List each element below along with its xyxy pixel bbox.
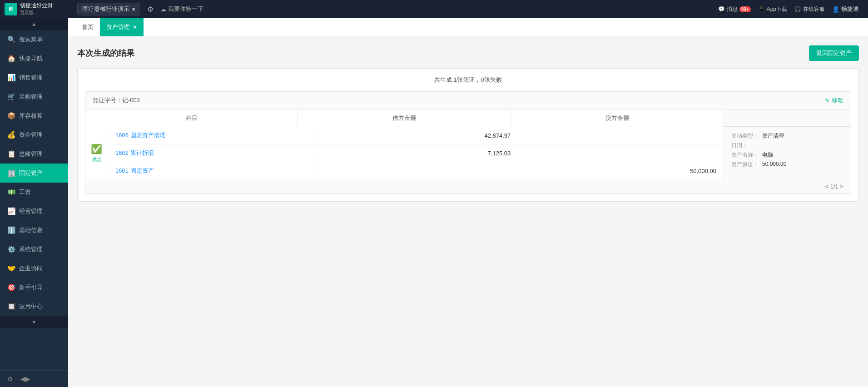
tab-home-label: 首页 xyxy=(82,23,94,31)
cell-subject-0[interactable]: 1606 固定资产清理 xyxy=(108,127,313,144)
online-service-label: 在线客服 xyxy=(803,5,825,13)
app-name: 畅捷通好业财 xyxy=(20,2,53,10)
sidebar-item-fixed-assets[interactable]: 🏢 固定资产 xyxy=(0,164,68,183)
app-download-button[interactable]: 📱 App下载 xyxy=(758,5,787,13)
sidebar-item-sales[interactable]: 📊 销售管理 xyxy=(0,68,68,87)
message-badge: 99+ xyxy=(739,6,751,12)
sidebar-scroll-up[interactable]: ▲ xyxy=(0,18,68,30)
enterprise-icon: 🤝 xyxy=(7,264,15,273)
sidebar-item-operations[interactable]: 📈 经营管理 xyxy=(0,202,68,221)
fund-icon: 💰 xyxy=(7,131,15,139)
asset-name-value: 电脑 xyxy=(762,151,773,159)
back-to-fixed-assets-button[interactable]: 返回固定资产 xyxy=(809,45,859,61)
col-credit: 贷方金额 xyxy=(511,109,724,127)
operations-icon: 📈 xyxy=(7,207,15,215)
logo-area: 财 畅捷通好业财 普及版 xyxy=(5,2,73,16)
message-label: 消息 xyxy=(727,5,738,13)
date-row: 日期： xyxy=(731,142,843,149)
sidebar-bottom: ⚙ ◀▶ xyxy=(0,370,68,387)
pagination[interactable]: < 1/1 > xyxy=(85,179,851,194)
company-name: 医疗器械行业演示 xyxy=(82,5,129,13)
sidebar-label-system: 系统管理 xyxy=(19,245,43,253)
sales-icon: 📊 xyxy=(7,74,15,82)
sidebar-label-inventory: 库存核算 xyxy=(19,112,43,120)
sidebar-item-purchase[interactable]: 🛒 采购管理 xyxy=(0,87,68,106)
user-avatar-icon: 👤 xyxy=(832,6,839,13)
page-header: 本次生成的结果 返回固定资产 xyxy=(77,45,859,61)
sidebar-label-fixed-assets: 固定资产 xyxy=(19,169,43,177)
sidebar-item-enterprise[interactable]: 🤝 企业协同 xyxy=(0,259,68,278)
fixed-assets-icon: 🏢 xyxy=(7,169,15,177)
cell-credit-0 xyxy=(518,127,724,144)
voucher-table: 科目 借方金额 贷方金额 ✅ xyxy=(85,109,851,194)
main-layout: ▲ 🔍 搜索菜单 🏠 快捷导航 📊 销售管理 🛒 采购管理 📦 库存核算 💰 资… xyxy=(0,18,868,387)
try-button[interactable]: ☁ 我要体验一下 xyxy=(160,5,203,13)
logo-text-area: 畅捷通好业财 普及版 xyxy=(20,2,53,16)
cell-credit-2: 50,000.00 xyxy=(518,162,724,179)
result-summary: 共生成 1张凭证，0张失败 xyxy=(85,76,851,84)
sidebar-item-guide[interactable]: 🎯 新手引导 xyxy=(0,278,68,297)
user-area[interactable]: 👤 畅捷通 xyxy=(832,5,859,13)
sidebar-item-inventory[interactable]: 📦 库存核算 xyxy=(0,106,68,125)
tab-asset-mgmt[interactable]: 资产管理 ✕ xyxy=(100,18,144,36)
edit-button[interactable]: ✎ 修改 xyxy=(825,96,843,104)
app-version: 普及版 xyxy=(20,10,53,16)
mobile-icon: 📱 xyxy=(758,6,765,12)
sidebar: ▲ 🔍 搜索菜单 🏠 快捷导航 📊 销售管理 🛒 采购管理 📦 库存核算 💰 资… xyxy=(0,18,68,387)
sidebar-label-search: 搜索菜单 xyxy=(19,35,43,44)
table-rows: 1606 固定资产清理 42,874.97 1602 累计折旧 7,125.03 xyxy=(108,127,724,179)
sidebar-label-payroll: 工资 xyxy=(19,188,31,196)
header-right: 💬 消息 99+ 📱 App下载 🎧 在线客服 👤 畅捷通 xyxy=(718,5,863,13)
success-label: 成功 xyxy=(92,156,102,163)
table-header-side xyxy=(724,109,851,127)
asset-name-label: 资产名称： xyxy=(731,151,759,159)
sidebar-scroll-down[interactable]: ▼ xyxy=(0,316,68,328)
sidebar-label-basic-info: 基础信息 xyxy=(19,226,43,234)
sidebar-label-app-center: 应用中心 xyxy=(19,303,43,311)
page-content: 本次生成的结果 返回固定资产 共生成 1张凭证，0张失败 凭证字号：记-003 … xyxy=(68,36,868,387)
dropdown-arrow-icon: ▾ xyxy=(132,6,135,13)
sidebar-item-basic-info[interactable]: ℹ️ 基础信息 xyxy=(0,221,68,240)
cell-credit-1 xyxy=(518,144,724,162)
table-body: ✅ 成功 1606 固定资产清理 42,874.97 xyxy=(85,127,851,179)
page-title: 本次生成的结果 xyxy=(77,48,134,59)
sidebar-label-quick-nav: 快捷导航 xyxy=(19,55,43,63)
col-debit: 借方金额 xyxy=(298,109,511,127)
cloud-icon: ☁ xyxy=(160,6,166,13)
message-button[interactable]: 💬 消息 99+ xyxy=(718,5,751,13)
tab-home[interactable]: 首页 xyxy=(75,18,100,36)
sidebar-item-fund[interactable]: 💰 资金管理 xyxy=(0,125,68,144)
sidebar-label-operations: 经营管理 xyxy=(19,207,43,215)
cell-debit-1: 7,125.03 xyxy=(313,144,519,162)
cell-subject-2[interactable]: 1601 固定资产 xyxy=(108,162,313,179)
message-icon: 💬 xyxy=(718,6,725,12)
table-header: 科目 借方金额 贷方金额 xyxy=(85,109,851,127)
asset-value-value: 50,000.00 xyxy=(762,161,786,169)
table-row: 1606 固定资产清理 42,874.97 xyxy=(108,127,724,144)
sidebar-item-ledger[interactable]: 📋 总账管理 xyxy=(0,144,68,164)
sidebar-item-search[interactable]: 🔍 搜索菜单 xyxy=(0,30,68,49)
voucher-header: 凭证字号：记-003 ✎ 修改 xyxy=(85,92,851,109)
table-header-main: 科目 借方金额 贷方金额 xyxy=(85,109,724,127)
edit-label: 修改 xyxy=(832,96,843,104)
sidebar-item-app-center[interactable]: 🔲 应用中心 xyxy=(0,297,68,316)
sidebar-item-quick-nav[interactable]: 🏠 快捷导航 xyxy=(0,49,68,68)
asset-value-label: 资产原值： xyxy=(731,161,759,169)
sidebar-item-system[interactable]: ⚙️ 系统管理 xyxy=(0,240,68,259)
search-icon: 🔍 xyxy=(7,35,15,44)
voucher-section: 凭证字号：记-003 ✎ 修改 科目 借方金额 xyxy=(85,91,851,194)
sidebar-label-purchase: 采购管理 xyxy=(19,93,43,101)
sidebar-item-payroll[interactable]: 💵 工资 xyxy=(0,183,68,202)
sidebar-label-sales: 销售管理 xyxy=(19,74,43,82)
company-selector[interactable]: 医疗器械行业演示 ▾ xyxy=(77,3,140,15)
online-service-button[interactable]: 🎧 在线客服 xyxy=(794,5,825,13)
change-type-value: 资产清理 xyxy=(762,132,784,140)
sidebar-collapse-btn[interactable]: ◀▶ xyxy=(20,375,30,382)
tab-close-icon[interactable]: ✕ xyxy=(133,24,137,30)
cell-subject-1[interactable]: 1602 累计折旧 xyxy=(108,144,313,162)
settings-button[interactable]: ⚙ xyxy=(144,3,157,15)
sidebar-settings-btn[interactable]: ⚙ xyxy=(7,375,13,382)
table-rows-area: ✅ 成功 1606 固定资产清理 42,874.97 xyxy=(85,127,724,179)
change-type-label: 变动类型： xyxy=(731,132,759,140)
headset-icon: 🎧 xyxy=(794,6,801,12)
